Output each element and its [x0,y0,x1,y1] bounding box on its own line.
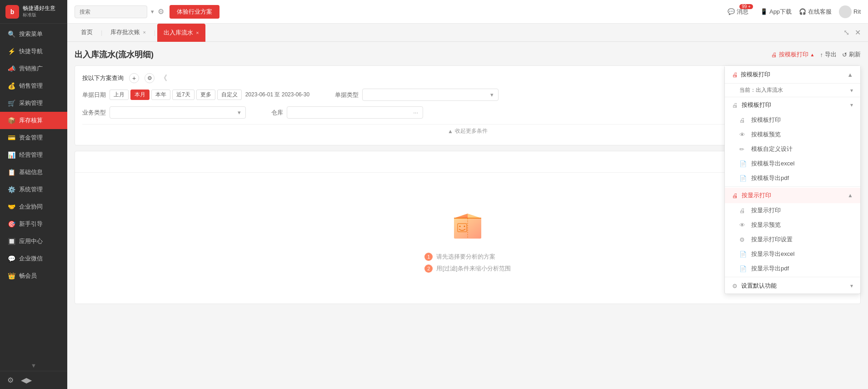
vip-icon: 👑 [7,272,15,279]
step-num-1: 1 [424,253,433,261]
svg-marker-1 [454,214,468,218]
doc-type-select[interactable]: ▾ [362,89,499,101]
header-search-dropdown-icon[interactable]: ▾ [151,8,154,15]
logo-icon: b [5,5,19,19]
sidebar-item-system[interactable]: ⚙️ 系统管理 [0,181,67,198]
warehouse-select[interactable]: ··· [287,106,423,119]
sidebar-item-operations[interactable]: 📊 经营管理 [0,146,67,164]
sidebar-item-purchase[interactable]: 🛒 采购管理 [0,95,67,112]
display-export-pdf-icon: 📄 [739,265,747,272]
tab-batch-account[interactable]: 库存批次账 × [104,24,152,42]
section-display-icon: 🖨 [732,192,738,199]
tab-separator-2: | [154,29,155,36]
print-template-btn[interactable]: 🖨 按模板打印 ▲ [771,50,815,59]
date-btn-this-month[interactable]: 本月 [130,90,150,100]
warehouse-label: 仓库 [271,109,283,117]
sales-icon: 💰 [7,82,15,90]
sidebar-item-label: 快捷导航 [19,47,60,55]
date-btn-this-year[interactable]: 本年 [151,90,170,100]
window-close-btn[interactable]: ✕ [855,28,861,37]
display-print-settings-item[interactable]: ⚙ 按显示打印设置 [725,232,860,247]
sidebar-item-inventory[interactable]: 📦 库存核算 [0,112,67,129]
app-logo: b 畅捷通好生意 标准版 [0,0,67,24]
sidebar-item-label: 采购管理 [19,99,60,107]
app-name: 畅捷通好生意 [23,5,55,12]
add-filter-btn[interactable]: + [129,73,139,83]
print-section-display[interactable]: 🖨 按显示打印 ▲ [725,188,860,203]
svg-point-7 [464,226,465,227]
sidebar-item-basic-info[interactable]: 📋 基础信息 [0,164,67,181]
settings-bottom-icon[interactable]: ⚙ [7,376,14,384]
message-action[interactable]: 💬 消息 99 + [728,8,748,16]
template-export-excel-label: 按模板导出excel [751,160,794,168]
app-download-action[interactable]: 📱 App下载 [760,8,792,16]
display-preview-icon: 👁 [739,222,747,229]
template-export-pdf-icon: 📄 [739,175,747,182]
print-section-template[interactable]: 🖨 按模板打印 ▾ [725,97,860,113]
display-export-pdf-item[interactable]: 📄 按显示导出pdf [725,261,860,276]
tab-close-batch-account[interactable]: × [143,30,145,35]
filter-collapse-btn[interactable]: 《 [160,74,167,83]
operations-icon: 📊 [7,151,15,159]
sidebar-item-guide[interactable]: 🎯 新手引导 [0,215,67,233]
date-btn-7days[interactable]: 近7天 [172,90,195,100]
template-preview-item[interactable]: 👁 按模板预览 [725,127,860,142]
display-export-excel-item[interactable]: 📄 按显示导出excel [725,247,860,261]
section-defaults-label: 设置默认功能 [741,282,777,290]
sidebar-item-sales[interactable]: 💰 销售管理 [0,77,67,95]
message-badge: 99 + [739,4,753,9]
template-export-pdf-item[interactable]: 📄 按模板导出pdf [725,171,860,185]
trial-industry-btn[interactable]: 体验行业方案 [170,5,219,19]
tab-close-flow-detail[interactable]: × [196,30,199,35]
sidebar-item-wechat[interactable]: 💬 企业微信 [0,250,67,267]
display-preview-item[interactable]: 👁 按显示预览 [725,218,860,232]
date-btn-last-month[interactable]: 上月 [110,90,129,100]
sidebar-item-marketing[interactable]: 📣 营销推广 [0,60,67,77]
tab-home[interactable]: 首页 [75,24,99,42]
template-export-excel-item[interactable]: 📄 按模板导出excel [725,156,860,171]
warehouse-filter-group: 仓库 ··· [271,106,423,119]
online-service-action[interactable]: 🎧 在线客服 [799,8,832,16]
user-avatar-action[interactable]: Rit [839,5,861,18]
sidebar-item-quick-nav[interactable]: ⚡ 快捷导航 [0,43,67,60]
refresh-icon: ↺ [842,51,847,58]
biz-type-label: 业务类型 [82,109,106,117]
page-content: 出入库流水(流水明细) 🖨 按模板打印 ▲ ↑ 导出 ↺ 刷新 [67,42,868,389]
date-btn-more[interactable]: 更多 [196,90,215,100]
template-design-item[interactable]: ✏ 模板自定义设计 [725,142,860,156]
doc-type-filter-group: 单据类型 ▾ [335,89,499,101]
print-icon: 🖨 [771,51,777,58]
filter-gear-btn[interactable]: ⚙ [145,73,155,83]
sidebar-item-label: 系统管理 [19,185,60,194]
quick-nav-icon: ⚡ [7,48,15,55]
step-num-2: 2 [424,264,433,273]
sidebar-scroll-down[interactable]: ▼ [0,360,67,371]
template-print-item[interactable]: 🖨 按模板打印 [725,113,860,127]
sidebar-item-label: 基础信息 [19,168,60,176]
biz-type-select[interactable]: ▾ [110,106,246,119]
export-btn[interactable]: ↑ 导出 [820,50,837,59]
sidebar-item-search[interactable]: 🔍 搜索菜单 [0,25,67,43]
print-btn-label: 按模板打印 [779,50,808,59]
tab-flow-detail[interactable]: 出入库流水 × [157,24,205,42]
collapse-sidebar-icon[interactable]: ◀▶ [21,376,32,384]
header-gear-icon[interactable]: ⚙ [158,7,164,16]
print-panel-title-icon: 🖨 [732,71,738,78]
empty-illustration [445,200,490,245]
tab-window-controls: ⤡ ✕ [843,28,861,37]
display-export-excel-label: 按显示导出excel [751,250,794,258]
section-template-label: 按模板打印 [742,101,771,109]
date-btn-custom[interactable]: 自定义 [217,90,242,100]
sidebar-item-app-center[interactable]: 🔲 应用中心 [0,233,67,250]
sidebar-item-finance[interactable]: 💳 资金管理 [0,129,67,146]
print-panel-collapse-icon[interactable]: ▲ [847,71,853,78]
window-restore-btn[interactable]: ⤡ [843,28,849,37]
sidebar-item-vip[interactable]: 👑 畅会员 [0,267,67,284]
biz-type-filter-group: 业务类型 ▾ [82,106,246,119]
display-print-item[interactable]: 🖨 按显示打印 [725,203,860,218]
refresh-btn[interactable]: ↺ 刷新 [842,50,861,59]
header-search-input[interactable] [75,5,147,18]
print-section-defaults[interactable]: ⚙ 设置默认功能 ▾ [725,278,860,294]
sidebar-item-cooperation[interactable]: 🤝 企业协同 [0,198,67,215]
app-download-label: App下载 [769,8,792,16]
